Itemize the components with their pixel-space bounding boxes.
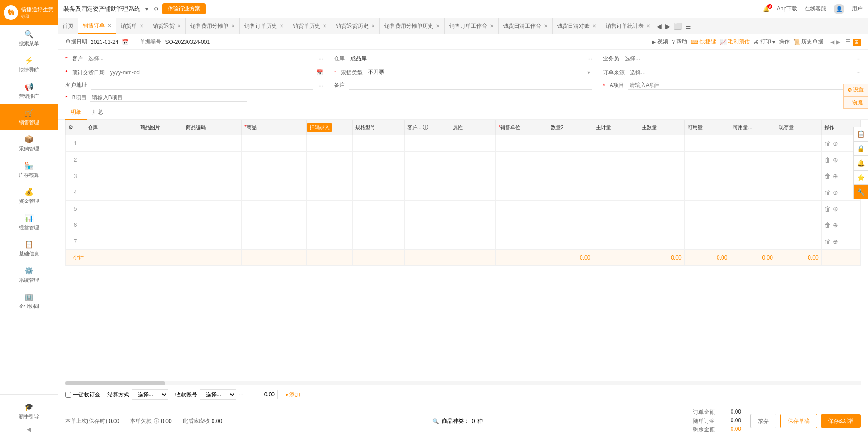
- delete-icon[interactable]: 🗑: [824, 140, 831, 147]
- tab-close-icon[interactable]: ✕: [436, 24, 440, 29]
- b-project-input[interactable]: [90, 93, 247, 102]
- sidebar-item-quick-nav[interactable]: ⚡ 快捷导航: [0, 52, 58, 78]
- save-draft-button[interactable]: 保存草稿: [780, 414, 817, 428]
- tab-close-icon[interactable]: ✕: [177, 24, 181, 29]
- copy-icon[interactable]: ⊕: [833, 156, 838, 164]
- delete-icon[interactable]: 🗑: [824, 173, 831, 180]
- sidebar-item-operation[interactable]: 📊 经营管理: [0, 209, 58, 236]
- tab-close-icon[interactable]: ✕: [107, 23, 111, 28]
- tab-close-icon[interactable]: ✕: [280, 24, 283, 29]
- copy-icon[interactable]: ⊕: [833, 189, 838, 196]
- salesperson-input[interactable]: [623, 54, 851, 63]
- detail-tab-detail[interactable]: 明细: [65, 106, 87, 120]
- tab-close-icon[interactable]: ✕: [323, 24, 326, 29]
- warehouse-input[interactable]: [349, 54, 582, 63]
- tab-order-workbench[interactable]: 销售订单工作台 ✕: [445, 18, 499, 34]
- tab-close-icon[interactable]: ✕: [140, 24, 143, 29]
- tab-daily-reconcile[interactable]: 钱货日清对账 ✕: [553, 18, 601, 34]
- scan-btn[interactable]: 扫码录入: [307, 123, 332, 132]
- side-btn-4[interactable]: ⭐: [853, 170, 868, 185]
- sidebar-item-search[interactable]: 🔍 搜索菜单: [0, 25, 58, 52]
- tab-sales-order[interactable]: 销售订单 ✕: [78, 18, 116, 34]
- sidebar-item-system[interactable]: ⚙️ 系统管理: [0, 262, 58, 288]
- sidebar-item-purchase[interactable]: 📦 采购管理: [0, 130, 58, 157]
- delete-icon[interactable]: 🗑: [824, 205, 831, 212]
- order-source-input[interactable]: [628, 68, 851, 77]
- tab-close-icon[interactable]: ✕: [646, 24, 650, 29]
- save-new-button[interactable]: 保存&新增: [821, 414, 861, 428]
- sidebar-item-enterprise[interactable]: 🏢 企业协同: [0, 288, 58, 314]
- sidebar-item-guide[interactable]: 🎓 新手引导: [0, 398, 58, 424]
- tab-menu[interactable]: ☰: [684, 23, 693, 30]
- tab-home[interactable]: 首页: [58, 18, 78, 34]
- notification-bell[interactable]: 🔔 9: [763, 6, 770, 12]
- app-download-link[interactable]: App下载: [777, 5, 797, 13]
- plan-button[interactable]: 体验行业方案: [162, 3, 206, 14]
- side-btn-3[interactable]: 🔔: [853, 156, 868, 170]
- tab-sales-return[interactable]: 销货退货 ✕: [148, 18, 186, 34]
- discard-button[interactable]: 放弃: [750, 414, 776, 428]
- horizontal-scrollbar[interactable]: [65, 381, 861, 385]
- note-input[interactable]: [349, 81, 592, 90]
- system-dropdown[interactable]: ▾: [145, 6, 148, 12]
- delete-icon[interactable]: 🗑: [824, 189, 831, 196]
- nav-next-icon[interactable]: ▶: [836, 39, 840, 45]
- warehouse-more-icon[interactable]: ···: [587, 56, 592, 62]
- card-view-icon[interactable]: ⊞: [853, 39, 861, 46]
- sidebar-item-sales[interactable]: 🛒 销售管理: [0, 104, 58, 130]
- payment-method-select[interactable]: 选择...: [132, 389, 168, 400]
- address-more-icon[interactable]: ···: [319, 82, 323, 89]
- tab-close-icon[interactable]: ✕: [592, 24, 596, 29]
- tab-expense-split[interactable]: 销售费用分摊单 ✕: [186, 18, 240, 34]
- tab-close-icon[interactable]: ✕: [490, 24, 494, 29]
- tab-maximize[interactable]: ⬜: [672, 23, 684, 30]
- tab-close-icon[interactable]: ✕: [544, 24, 548, 29]
- detail-tab-summary[interactable]: 汇总: [87, 106, 109, 120]
- sidebar-item-inventory[interactable]: 🏪 库存核算: [0, 157, 58, 183]
- settings-icon-btn[interactable]: ⚙: [154, 6, 159, 12]
- customer-input[interactable]: [87, 54, 313, 63]
- sidebar-item-basic[interactable]: 📋 基础信息: [0, 236, 58, 262]
- a-project-input[interactable]: [628, 81, 861, 90]
- calendar-icon[interactable]: 📅: [122, 39, 129, 45]
- tab-close-icon[interactable]: ✕: [371, 24, 375, 29]
- salesperson-more-icon[interactable]: ···: [856, 56, 861, 62]
- tab-invoice-history[interactable]: 销货单历史 ✕: [288, 18, 331, 34]
- nav-prev-icon[interactable]: ◀: [830, 39, 834, 45]
- tab-daily-workbench[interactable]: 钱货日清工作台 ✕: [499, 18, 553, 34]
- customer-more-icon[interactable]: ···: [319, 56, 323, 62]
- copy-icon[interactable]: ⊕: [833, 221, 838, 229]
- sidebar-item-marketing[interactable]: 📢 营销推广: [0, 78, 58, 104]
- col-settings[interactable]: ⚙: [66, 120, 85, 135]
- delete-icon[interactable]: 🗑: [824, 221, 831, 229]
- help-btn[interactable]: ? 帮助: [672, 38, 687, 46]
- account-more-icon[interactable]: ···: [239, 391, 243, 398]
- tab-expense-history[interactable]: 销售费用分摊单历史 ✕: [380, 18, 445, 34]
- copy-icon[interactable]: ⊕: [833, 238, 838, 245]
- delivery-date-input[interactable]: [108, 68, 313, 77]
- add-material-btn[interactable]: + 物流: [843, 96, 868, 109]
- scrollbar-thumb[interactable]: [65, 381, 165, 385]
- shortcut-btn[interactable]: ⌨ 快捷键: [691, 38, 716, 46]
- invoice-type-select[interactable]: 不开票 ▾: [366, 67, 592, 77]
- profit-btn[interactable]: 📈 毛利预估: [720, 38, 750, 46]
- print-btn[interactable]: 🖨 打印 ▾: [753, 38, 775, 46]
- order-source-more-icon[interactable]: ···: [856, 69, 861, 76]
- side-btn-5[interactable]: 🔧: [853, 185, 868, 199]
- amount-input[interactable]: 0.00: [251, 390, 278, 399]
- grid-view-icon[interactable]: ☰: [846, 39, 851, 46]
- delete-icon[interactable]: 🗑: [824, 238, 831, 245]
- customer-address-input[interactable]: [91, 81, 313, 90]
- tab-sales-invoice[interactable]: 销货单 ✕: [116, 18, 148, 34]
- tab-nav-next[interactable]: ▶: [664, 23, 672, 30]
- online-support-link[interactable]: 在线客服: [805, 5, 826, 13]
- copy-icon[interactable]: ⊕: [833, 140, 838, 147]
- calendar2-icon[interactable]: 📅: [316, 69, 323, 76]
- side-btn-2[interactable]: 🔒: [853, 141, 868, 156]
- sidebar-item-finance[interactable]: 💰 资金管理: [0, 183, 58, 209]
- tab-order-stats[interactable]: 销售订单统计表 ✕: [601, 18, 655, 34]
- history-btn[interactable]: 📜 历史单据: [793, 38, 823, 46]
- operation-btn[interactable]: 操作: [779, 38, 790, 46]
- tab-close-icon[interactable]: ✕: [231, 24, 235, 29]
- tab-return-history[interactable]: 销货退货历史 ✕: [331, 18, 380, 34]
